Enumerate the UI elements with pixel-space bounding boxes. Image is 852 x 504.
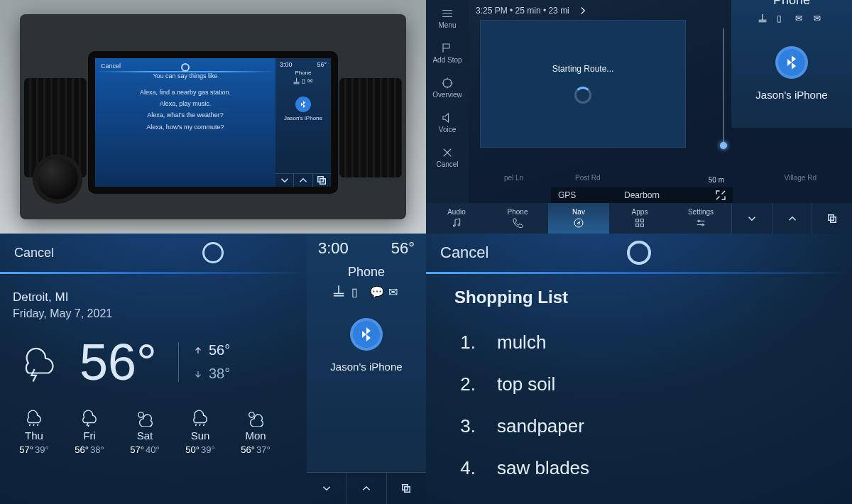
tab-audio[interactable]: Audio — [426, 203, 487, 234]
forecast-day: Fri56°38° — [68, 408, 111, 455]
chevron-right-icon[interactable] — [577, 4, 589, 17]
tab-apps[interactable]: Apps — [609, 203, 670, 234]
tab-settings[interactable]: Settings — [670, 203, 731, 234]
signal-bars-icon: 𝍦 — [333, 285, 344, 297]
svg-point-4 — [458, 224, 460, 226]
list-item: 2.top soil — [454, 373, 824, 395]
status-icons: 𝍦 ▯ ✉ — [293, 77, 313, 87]
overview-icon — [441, 77, 454, 89]
chevron-up-button[interactable] — [772, 203, 812, 234]
device-name: Jason's iPhone — [330, 361, 402, 373]
item-number: 1. — [454, 332, 476, 354]
add-stop-icon — [441, 42, 454, 55]
date-text: Friday, May 7, 2021 — [13, 307, 294, 320]
chevron-down-button[interactable] — [731, 203, 772, 234]
cancel-button[interactable]: Cancel — [440, 243, 488, 262]
city-label: Dearborn — [624, 190, 660, 200]
cancel-button[interactable]: Cancel — [101, 62, 121, 70]
item-number: 4. — [454, 457, 476, 479]
partly-cloudy-icon — [245, 408, 266, 427]
chevron-down-icon — [746, 212, 758, 225]
item-text: top soil — [497, 373, 555, 395]
item-text: saw blades — [497, 457, 589, 479]
alexa-ring-icon — [202, 242, 224, 263]
signal-bars-icon: 𝍦 — [758, 13, 770, 25]
current-temp: 56° — [80, 333, 157, 391]
forecast-day: Thu57°39° — [13, 408, 55, 455]
svg-point-15 — [249, 412, 254, 417]
phone-icon — [512, 217, 523, 229]
close-icon — [441, 146, 454, 159]
trip-summary: 3:25 PM • 25 min • 23 mi — [476, 4, 589, 17]
alexa-ring-icon — [627, 241, 651, 265]
forecast-day: Sun50°39° — [179, 408, 222, 455]
weather-panel: Cancel Detroit, MI Friday, May 7, 2021 5… — [0, 234, 426, 504]
chevron-up-button[interactable] — [293, 174, 312, 187]
clock: 3:00 — [318, 239, 349, 258]
svg-rect-7 — [640, 219, 643, 222]
control-knob[interactable] — [37, 158, 78, 199]
thunderstorm-icon — [13, 339, 62, 385]
svg-rect-6 — [636, 219, 639, 222]
navigation-panel: Menu Add Stop Overview Voice Cancel pel … — [426, 0, 852, 234]
rain-icon — [23, 408, 45, 427]
battery-icon: ▯ — [302, 77, 305, 87]
voice-button[interactable]: Voice — [426, 107, 469, 138]
chevron-down-button[interactable] — [275, 174, 293, 187]
bluetooth-badge — [295, 97, 311, 112]
list-item: 4.saw blades — [454, 457, 824, 479]
mini-nav-buttons — [275, 173, 331, 187]
chevron-down-button[interactable] — [307, 473, 346, 504]
hamburger-icon — [441, 7, 454, 20]
sliders-icon — [695, 217, 706, 229]
mail-icon: ✉ — [814, 13, 825, 25]
road-label: Post Rd — [575, 174, 601, 182]
panel-nav-buttons — [307, 472, 426, 504]
dashboard-photo-panel: Cancel You can say things like Alexa, fi… — [0, 0, 426, 234]
location-text: Detroit, MI — [13, 290, 294, 305]
menu-button[interactable]: Menu — [426, 3, 469, 33]
arrow-up-icon — [193, 346, 203, 356]
tab-nav[interactable]: Nav — [548, 203, 609, 234]
cancel-nav-button[interactable]: Cancel — [426, 142, 469, 172]
multitask-icon — [315, 174, 328, 187]
messaging-icon: ✉ — [795, 13, 807, 25]
tab-phone[interactable]: Phone — [487, 203, 548, 234]
alexa-indicator-line — [0, 272, 307, 274]
suggestion-item: Alexa, find a nearby gas station. — [101, 87, 270, 98]
voice-icon — [441, 111, 454, 124]
forecast-row: Thu57°39° Fri56°38° Sat57°40° Sun50°39° … — [13, 408, 294, 455]
device-name: Jason's iPhone — [284, 115, 322, 121]
storm-icon — [79, 408, 100, 427]
current-weather: 56° 56° 38° — [13, 333, 294, 391]
chevron-up-button[interactable] — [346, 473, 386, 504]
road-label: pel Ln — [504, 174, 523, 182]
road-label: Village Rd — [785, 174, 816, 182]
zoom-slider-track[interactable] — [723, 28, 724, 149]
list-item: 3.sandpaper — [454, 415, 824, 437]
forecast-day: Sat57°40° — [124, 408, 166, 455]
expand-icon[interactable] — [714, 189, 727, 202]
low-temp: 38° — [209, 366, 230, 382]
svg-rect-9 — [640, 224, 643, 226]
nav-side-menu: Menu Add Stop Overview Voice Cancel — [426, 0, 469, 203]
gps-label: GPS — [558, 190, 576, 200]
suggestion-item: Alexa, play music. — [101, 98, 270, 109]
mini-screen: Cancel You can say things like Alexa, fi… — [95, 58, 331, 187]
messaging-icon: 💬 — [370, 285, 381, 297]
phone-label: Phone — [295, 70, 311, 76]
cancel-button[interactable]: Cancel — [14, 246, 54, 261]
svg-point-2 — [443, 79, 452, 87]
hi-lo-temps: 56° 38° — [178, 342, 230, 382]
add-stop-button[interactable]: Add Stop — [426, 38, 469, 68]
multitask-button[interactable] — [812, 203, 852, 234]
suggestion-item: Alexa, what's the weather? — [101, 109, 270, 121]
overview-button[interactable]: Overview — [426, 72, 469, 103]
multitask-button[interactable] — [386, 473, 426, 504]
loading-spinner-icon — [574, 87, 591, 104]
item-text: mulch — [497, 332, 546, 354]
compass-icon — [573, 217, 584, 229]
multitask-button[interactable] — [312, 174, 331, 187]
zoom-slider-handle[interactable] — [720, 142, 727, 149]
chevron-up-icon — [297, 174, 310, 187]
